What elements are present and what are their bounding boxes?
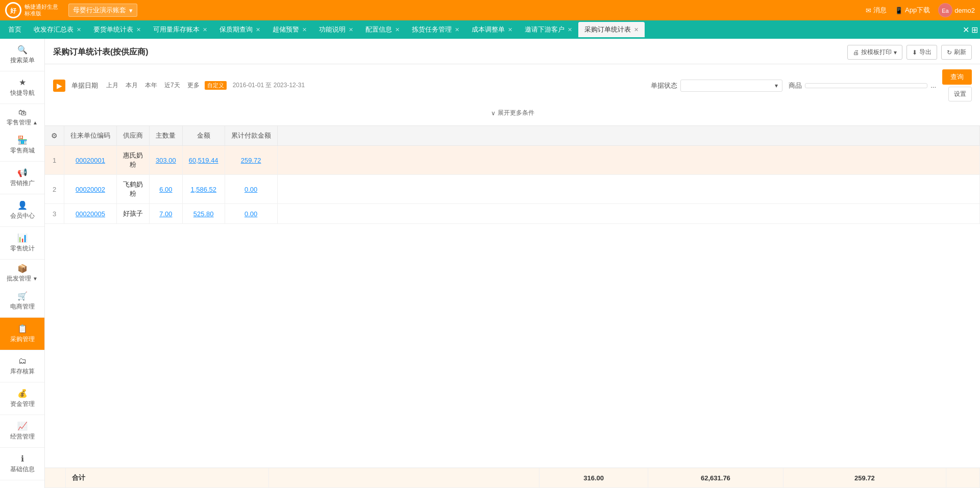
tab-invite-customer[interactable]: 邀请下游客户 ✕: [519, 22, 578, 37]
tab-config-info[interactable]: 配置信息 ✕: [359, 22, 406, 37]
tab-purchase-summary[interactable]: 采购订单统计表 ✕: [578, 22, 645, 37]
main-layout: 🔍 搜索菜单 ★ 快捷导航 🛍 零售管理 ▲ 🏪 零售商城 📢 营销推广 👤 会…: [0, 39, 980, 488]
row-num: 3: [45, 204, 64, 224]
chevron-down-icon: ▾: [894, 49, 897, 56]
filter-bar: ▶ 单据日期 上月 本月 本年 近7天 更多 自定义 2016-01-01 至 …: [45, 64, 980, 126]
close-icon[interactable]: ✕: [395, 27, 400, 33]
app-download-button[interactable]: 📱 App下载: [895, 6, 930, 15]
sidebar-item-wholesale[interactable]: 📦 批发管理 ▼: [0, 260, 44, 285]
tab-home[interactable]: 首页: [2, 22, 28, 37]
sidebar-item-marketing[interactable]: 📢 营销推广: [0, 162, 44, 194]
shop-icon: 🏪: [17, 135, 28, 145]
settings-button[interactable]: 设置: [948, 87, 972, 101]
close-icon[interactable]: ✕: [455, 27, 459, 33]
logo-text: 畅捷通好生意 标准版: [24, 4, 58, 17]
sidebar-item-ecommerce[interactable]: 🛒 电商管理: [0, 285, 44, 318]
expand-more-button[interactable]: ∨ 展开更多条件: [53, 106, 972, 120]
row-quantity[interactable]: 7.00: [150, 204, 183, 224]
tab-expiry-query[interactable]: 保质期查询 ✕: [213, 22, 266, 37]
gear-icon[interactable]: ⚙: [51, 132, 58, 140]
sidebar-item-system[interactable]: ⚙ 系统管理: [0, 480, 44, 488]
footer-row: 合计 316.00 62,631.76 259.72: [45, 468, 980, 488]
maximize-icon[interactable]: ⊞: [971, 25, 978, 35]
shortcut-this-month[interactable]: 本月: [124, 80, 140, 91]
date-label: 单据日期: [71, 81, 98, 90]
template-print-button[interactable]: 🖨 按模板打印 ▾: [847, 45, 902, 60]
logo-icon: 好: [5, 2, 21, 18]
sidebar-item-finance[interactable]: 💰 资金管理: [0, 382, 44, 415]
sidebar-item-retail[interactable]: 🛍 零售管理 ▲: [0, 104, 44, 129]
goods-input[interactable]: [805, 83, 927, 88]
close-icon[interactable]: ✕: [568, 27, 572, 33]
refresh-button[interactable]: ↻ 刷新: [941, 45, 972, 60]
sidebar-item-retail-shop[interactable]: 🏪 零售商城: [0, 129, 44, 162]
status-select[interactable]: ▾: [680, 80, 782, 92]
marketing-icon: 📢: [17, 168, 28, 177]
data-table: ⚙ 往来单位编码 供应商 主数量 金额 累计付款金额 1 00020001: [45, 126, 980, 224]
tab-function-desc[interactable]: 功能说明 ✕: [313, 22, 359, 37]
retail-icon: 🛍: [18, 108, 27, 117]
table-container: ⚙ 往来单位编码 供应商 主数量 金额 累计付款金额 1 00020001: [45, 126, 980, 468]
sidebar-item-inventory[interactable]: 🗂 库存核算: [0, 350, 44, 382]
footer-empty1: [45, 468, 65, 488]
page-title: 采购订单统计表(按供应商): [53, 47, 149, 58]
filter-toggle-button[interactable]: ▶: [53, 80, 65, 92]
sidebar-item-operations[interactable]: 📈 经营管理: [0, 415, 44, 448]
row-supplier: 惠氏奶粉: [117, 146, 150, 175]
workspace-selector-area[interactable]: 母婴行业演示账套 ▾: [58, 4, 866, 17]
sidebar-item-search[interactable]: 🔍 搜索菜单: [0, 39, 44, 71]
close-icon[interactable]: ✕: [508, 27, 512, 33]
shortcut-more[interactable]: 更多: [185, 80, 202, 91]
row-code[interactable]: 00020002: [64, 175, 117, 204]
top-bar-right: ✉ 消息 📱 App下载 Ea demo2: [866, 3, 975, 17]
export-button[interactable]: ⬇ 导出: [906, 45, 937, 60]
chevron-down-icon: ∨: [491, 110, 496, 117]
more-fields-icon[interactable]: ...: [930, 82, 936, 89]
custom-date-badge[interactable]: 自定义: [205, 81, 227, 90]
search-button[interactable]: 查询: [942, 69, 972, 85]
row-code[interactable]: 00020005: [64, 204, 117, 224]
tab-cost-adjust[interactable]: 成本调整单 ✕: [465, 22, 519, 37]
table-row: 2 00020002 飞鹤奶粉 6.00 1,586.52 0.00: [45, 175, 980, 204]
close-icon[interactable]: ✕: [349, 27, 353, 33]
sidebar-item-basic-info[interactable]: ℹ 基础信息: [0, 448, 44, 480]
user-menu[interactable]: Ea demo2: [938, 3, 975, 17]
logo-area: 好 畅捷通好生意 标准版: [5, 2, 58, 18]
print-icon: 🖨: [853, 49, 859, 56]
close-icon[interactable]: ✕: [77, 27, 81, 33]
sidebar-item-member[interactable]: 👤 会员中心: [0, 194, 44, 227]
finance-icon: 💰: [17, 389, 28, 398]
row-code[interactable]: 00020001: [64, 146, 117, 175]
close-window-icon[interactable]: ✕: [963, 25, 969, 35]
sidebar-item-purchase[interactable]: 📋 采购管理: [0, 318, 44, 350]
close-icon[interactable]: ✕: [136, 27, 141, 33]
purchase-icon: 📋: [17, 324, 28, 333]
shortcut-7-days[interactable]: 近7天: [162, 80, 182, 91]
sidebar-item-retail-stats[interactable]: 📊 零售统计: [0, 227, 44, 260]
close-icon[interactable]: ✕: [634, 27, 639, 33]
close-icon[interactable]: ✕: [302, 27, 307, 33]
shortcut-this-year[interactable]: 本年: [143, 80, 159, 91]
workspace-selector[interactable]: 母婴行业演示账套 ▾: [68, 4, 137, 17]
close-icon[interactable]: ✕: [203, 27, 207, 33]
tab-overstock-warning[interactable]: 超储预警 ✕: [266, 22, 313, 37]
row-supplier: 飞鹤奶粉: [117, 175, 150, 204]
row-paid[interactable]: 259.72: [225, 146, 277, 175]
tab-order-summary[interactable]: 要货单统计表 ✕: [87, 22, 147, 37]
sidebar-item-shortcut[interactable]: ★ 快捷导航: [0, 71, 44, 104]
close-icon[interactable]: ✕: [256, 27, 260, 33]
row-paid[interactable]: 0.00: [225, 175, 277, 204]
tab-inventory-ledger[interactable]: 可用量库存账本 ✕: [147, 22, 213, 37]
row-paid[interactable]: 0.00: [225, 204, 277, 224]
row-num: 2: [45, 175, 64, 204]
row-amount[interactable]: 60,519.44: [182, 146, 225, 175]
footer-extra: [946, 468, 979, 488]
row-amount[interactable]: 1,586.52: [182, 175, 225, 204]
tab-receive-summary[interactable]: 收发存汇总表 ✕: [28, 22, 87, 37]
row-amount[interactable]: 525.80: [182, 204, 225, 224]
message-button[interactable]: ✉ 消息: [866, 6, 887, 15]
row-quantity[interactable]: 6.00: [150, 175, 183, 204]
tab-pick-task[interactable]: 拣货任务管理 ✕: [406, 22, 465, 37]
shortcut-last-month[interactable]: 上月: [104, 80, 120, 91]
row-quantity[interactable]: 303.00: [150, 146, 183, 175]
